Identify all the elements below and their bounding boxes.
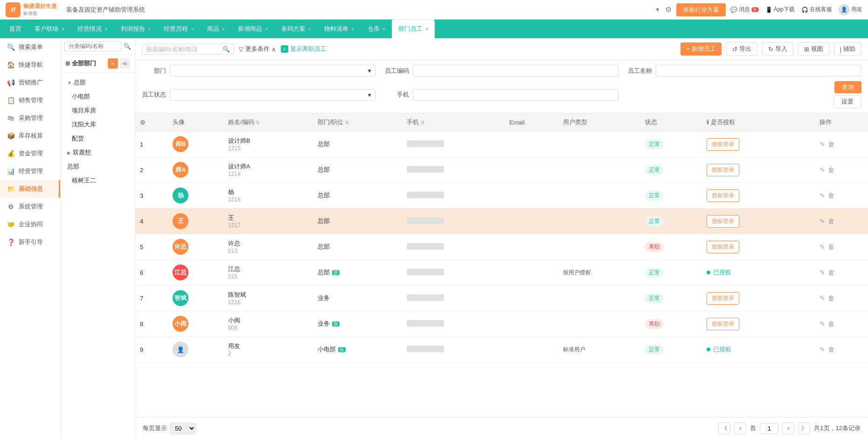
page-number-input[interactable]	[760, 423, 778, 434]
show-resigned-toggle[interactable]: ✓ 显示离职员工	[281, 45, 326, 53]
col-settings[interactable]: ⚙	[135, 113, 168, 132]
tab-profit[interactable]: 利润报告×	[114, 20, 157, 38]
dept-node-delivery[interactable]: 配货	[61, 132, 135, 146]
close-icon[interactable]: ×	[62, 26, 64, 32]
delete-icon[interactable]: 🗑	[828, 243, 834, 251]
auth-button[interactable]: 授权登录	[707, 189, 739, 202]
message-button[interactable]: 💬 消息 6	[730, 6, 759, 14]
tab-home[interactable]: 首页	[3, 20, 28, 38]
auth-button[interactable]: 授权登录	[707, 241, 739, 253]
phone-input[interactable]	[413, 89, 618, 101]
edit-icon[interactable]: ✎	[819, 243, 825, 251]
sidebar-item-nav[interactable]: 🏠 快捷导航	[0, 56, 60, 74]
tab-barcode[interactable]: 条码方案×	[275, 20, 318, 38]
reset-button[interactable]: 设置	[833, 95, 861, 108]
tab-goods[interactable]: 商品×	[201, 20, 231, 38]
add-dept-icon[interactable]: +	[108, 58, 118, 69]
dept-node-small-elec[interactable]: 小电部	[61, 90, 135, 104]
more-filter-button[interactable]: ▽ 更多条件 ∧	[239, 45, 276, 53]
edit-icon[interactable]: ✎	[819, 346, 825, 353]
dept-node-double-deer[interactable]: ▶ 双鹿想	[61, 146, 135, 160]
dept-select[interactable]: ▾	[170, 65, 375, 77]
online-service-button[interactable]: 🎧 在线客服	[801, 6, 832, 14]
delete-icon[interactable]: 🗑	[828, 140, 834, 148]
dept-node-plant[interactable]: 植树王二	[61, 174, 135, 188]
edit-icon[interactable]: ✎	[819, 217, 825, 225]
sidebar-item-purchase[interactable]: 🛍 采购管理	[0, 109, 60, 127]
tab-history[interactable]: 经营历程×	[157, 20, 200, 38]
app-download-button[interactable]: 📱 App下载	[765, 6, 795, 14]
status-select[interactable]: ▾	[170, 89, 375, 101]
edit-icon[interactable]: ✎	[819, 269, 825, 276]
sidebar-item-guide[interactable]: ❓ 新手引导	[0, 233, 60, 251]
system-title-chevron[interactable]: ▼	[655, 7, 660, 13]
close-icon[interactable]: ×	[308, 26, 311, 32]
close-icon[interactable]: ×	[222, 26, 225, 32]
dept-node-headquarters[interactable]: 总部	[61, 160, 135, 174]
sidebar-item-basic-info[interactable]: 📁 基础信息	[0, 180, 60, 198]
close-icon[interactable]: ×	[265, 26, 268, 32]
sidebar-item-search[interactable]: 🔍 搜索菜单	[0, 38, 60, 56]
delete-icon[interactable]: 🗑	[828, 269, 834, 276]
user-button[interactable]: 👤 用友	[839, 4, 862, 15]
sidebar-item-finance[interactable]: 💰 资金管理	[0, 145, 60, 162]
sidebar-item-system[interactable]: ⚙ 系统管理	[0, 198, 60, 216]
auth-button[interactable]: 授权登录	[707, 292, 739, 305]
search-button[interactable]: 查询	[834, 81, 861, 93]
auth-button[interactable]: 授权登录	[707, 164, 739, 176]
tab-operation[interactable]: 经营情况×	[71, 20, 114, 38]
tab-new-goods[interactable]: 新增商品×	[231, 20, 274, 38]
tab-dept-employee[interactable]: 部门员工×	[392, 20, 435, 38]
edit-icon[interactable]: ✎	[819, 192, 825, 199]
try-button[interactable]: 体验行业方案	[676, 3, 726, 16]
close-icon[interactable]: ×	[148, 26, 151, 32]
auth-button[interactable]: 授权登录	[707, 215, 739, 228]
tab-customer[interactable]: 客户联络×	[28, 20, 71, 38]
emp-code-input[interactable]	[413, 65, 618, 77]
close-icon[interactable]: ×	[425, 26, 428, 32]
export-button[interactable]: ↺ 导出	[726, 42, 757, 56]
auth-button[interactable]: 授权登录	[707, 318, 739, 330]
next-page-button[interactable]: ›	[782, 422, 794, 434]
settings-icon[interactable]: ⚙	[665, 5, 672, 14]
auth-button[interactable]: 授权登录	[707, 138, 739, 151]
close-icon[interactable]: ×	[104, 26, 107, 32]
col-settings-button[interactable]: | 辅助	[834, 42, 861, 56]
sidebar-item-management[interactable]: 📊 经营管理	[0, 162, 60, 180]
collapse-icon[interactable]: ≪	[120, 58, 130, 69]
import-button[interactable]: ↻ 导入	[762, 42, 793, 56]
dept-search-input[interactable]	[64, 41, 122, 51]
edit-icon[interactable]: ✎	[819, 140, 825, 148]
edit-icon[interactable]: ✎	[819, 320, 825, 328]
first-page-button[interactable]: 《	[718, 422, 730, 434]
col-name[interactable]: 姓名/编码 ⇅	[223, 113, 313, 132]
emp-name-input[interactable]	[656, 65, 861, 77]
dept-node-shenyang[interactable]: 沈阳大库	[61, 118, 135, 132]
delete-icon[interactable]: 🗑	[828, 346, 834, 353]
close-icon[interactable]: ×	[382, 26, 385, 32]
close-icon[interactable]: ×	[351, 26, 354, 32]
last-page-button[interactable]: 》	[798, 422, 810, 434]
delete-icon[interactable]: 🗑	[828, 217, 834, 225]
sidebar-item-collab[interactable]: 🤝 企业协同	[0, 216, 60, 233]
sidebar-item-sales[interactable]: 📋 销售管理	[0, 91, 60, 109]
dept-node-project[interactable]: 项目库房	[61, 104, 135, 118]
delete-icon[interactable]: 🗑	[828, 192, 834, 199]
edit-icon[interactable]: ✎	[819, 166, 825, 174]
sidebar-item-inventory[interactable]: 📦 库存核算	[0, 127, 60, 145]
delete-icon[interactable]: 🗑	[828, 166, 834, 174]
prev-page-button[interactable]: ‹	[734, 422, 746, 434]
sidebar-item-marketing[interactable]: 📢 营销推广	[0, 74, 60, 91]
delete-icon[interactable]: 🗑	[828, 320, 834, 328]
edit-icon[interactable]: ✎	[819, 294, 825, 302]
col-dept[interactable]: 部门/职位 ⇅	[313, 113, 403, 132]
page-size-select[interactable]: 50 20 100	[170, 423, 196, 434]
delete-icon[interactable]: 🗑	[828, 294, 834, 302]
col-phone[interactable]: 手机 ⇅	[402, 113, 505, 132]
tab-bom[interactable]: 物料清单×	[318, 20, 361, 38]
search-input[interactable]	[146, 46, 221, 53]
close-icon[interactable]: ×	[191, 26, 194, 32]
view-button[interactable]: ⊞ 视图	[798, 42, 829, 56]
add-employee-button[interactable]: + 新增员工	[681, 42, 721, 56]
tab-warehouse[interactable]: 仓库×	[361, 20, 392, 38]
